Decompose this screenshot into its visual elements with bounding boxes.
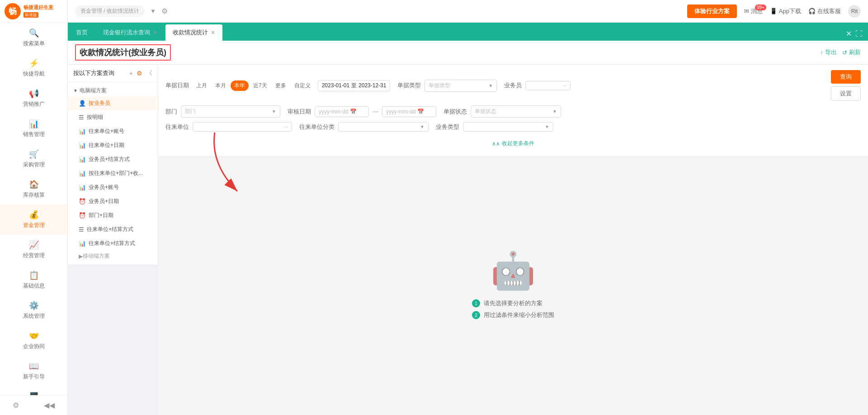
sidebar-item-guide[interactable]: 📖 新手引导 (0, 356, 67, 386)
salesperson-label: 业务员 (504, 81, 522, 90)
tree-section: ▼ 电脑端方案 👤 按业务员 ☰ 按明细 (68, 82, 158, 264)
sidebar-item-label: 营销推广 (23, 100, 45, 108)
doc-status-select[interactable]: 单据状态 ▼ (471, 105, 561, 118)
filter-row-1: 单据日期 上月 本月 本年 近7天 更多 自定义 (165, 70, 861, 101)
date-tab-7days[interactable]: 近7天 (250, 80, 271, 91)
refresh-button[interactable]: ↺ 刷新 (842, 48, 861, 57)
tab-expand-icon[interactable]: ⛶ (855, 30, 863, 41)
app-download-btn[interactable]: 📱 App下载 (770, 7, 801, 15)
tree-item-salesperson-account[interactable]: 📊 业务员+账号 (68, 180, 158, 194)
tree-item-label: 按业务员 (89, 99, 110, 107)
salesperson-select[interactable]: ··· (525, 81, 571, 90)
online-service-btn[interactable]: 🎧 在线客服 (808, 7, 841, 15)
panel-collapse-icon[interactable]: 《 (146, 69, 152, 77)
tree-item-label: 按往来单位+部门+收... (89, 170, 143, 177)
marketing-icon: 📢 (29, 89, 39, 99)
date-tab-more[interactable]: 更多 (272, 80, 290, 91)
sidebar-item-hardware[interactable]: 🖥️ 智能硬件 (0, 386, 67, 395)
dept-select[interactable]: 部门 ▼ (181, 105, 280, 118)
date-tab-custom[interactable]: 自定义 (291, 80, 314, 91)
export-button[interactable]: ↑ 导出 (821, 48, 837, 57)
tree-item-partner-payment1[interactable]: ☰ 往来单位+结算方式 (68, 222, 158, 236)
tree-item-dept-date[interactable]: ⏰ 部门+日期 (68, 208, 158, 222)
tree-item-by-detail[interactable]: ☰ 按明细 (68, 110, 158, 124)
sidebar-item-label: 库存核算 (23, 191, 45, 199)
date-range-display[interactable]: 2023-01-01 至 2023-12-31 (318, 80, 391, 91)
message-button[interactable]: ✉ 消息 99+ (744, 7, 763, 15)
collection-stats-tab-close[interactable]: ✕ (211, 29, 215, 36)
set-button[interactable]: 设置 (831, 86, 861, 101)
doc-type-label: 单据类型 (397, 81, 421, 90)
guide-icon: 📖 (29, 361, 39, 371)
panel-title: 按以下方案查询 (73, 69, 114, 77)
filter-item-doc-status: 单据状态 单据状态 ▼ (443, 105, 561, 118)
user-avatar[interactable]: Rit (848, 5, 861, 18)
mobile-group-label: 移动端方案 (83, 252, 110, 260)
tree-item-by-salesperson[interactable]: 👤 按业务员 (68, 96, 158, 110)
sidebar-item-finance[interactable]: 💰 资金管理 (0, 204, 67, 235)
panel-settings-icon[interactable]: ⚙ (137, 70, 142, 77)
sidebar-item-search[interactable]: 🔍 搜索菜单 (0, 23, 67, 53)
desktop-group[interactable]: ▼ 电脑端方案 (68, 85, 158, 96)
tree-item-label: 业务员+账号 (89, 184, 119, 191)
breadcrumb-dropdown-icon[interactable]: ▼ (150, 8, 156, 14)
empty-robot-icon: 🤖 (491, 250, 536, 292)
tree-item-partner-date[interactable]: 📊 往来单位+日期 (68, 138, 158, 152)
topbar-settings-icon[interactable]: ⚙ (161, 7, 168, 15)
empty-illustration: 🤖 1 请先选择要分析的方案 2 用过滤条件来缩小分析范围 (472, 250, 554, 323)
sidebar-item-system[interactable]: ⚙️ 系统管理 (0, 295, 67, 325)
doc-status-label: 单据状态 (443, 108, 467, 116)
counterparty-select[interactable]: ··· (193, 122, 292, 132)
refresh-icon: ↺ (842, 49, 847, 56)
business-type-select[interactable]: ▼ (463, 122, 553, 132)
date-tab-this-month[interactable]: 本月 (212, 80, 230, 91)
dept-dropdown-icon: ▼ (272, 109, 276, 114)
purchase-icon: 🛒 (29, 149, 39, 159)
sidebar-footer: ⚙ ◀◀ (0, 395, 67, 415)
date-quick-tabs: 上月 本月 本年 近7天 更多 自定义 (193, 80, 314, 91)
date-tab-last-month[interactable]: 上月 (193, 80, 211, 91)
tree-item-salesperson-date[interactable]: ⏰ 业务员+日期 (68, 194, 158, 208)
table3-icon: 📊 (79, 170, 86, 177)
sidebar-item-base[interactable]: 📋 基础信息 (0, 265, 67, 295)
sidebar-item-label: 资金管理 (23, 222, 45, 229)
mobile-group[interactable]: ▶ 移动端方案 (68, 250, 158, 262)
tree-item-salesperson-payment[interactable]: 📊 业务员+结算方式 (68, 152, 158, 166)
panel-add-icon[interactable]: + (129, 70, 133, 77)
date-tab-this-year[interactable]: 本年 (231, 80, 249, 91)
breadcrumb: 资金管理 / 收款情况统计 (75, 5, 145, 17)
sidebar-item-operations[interactable]: 📈 经营管理 (0, 235, 67, 265)
sidebar-item-warehouse[interactable]: 🏠 库存核算 (0, 174, 67, 204)
counterparty-category-select[interactable]: ▼ (338, 122, 429, 132)
sidebar-item-quick-nav[interactable]: ⚡ 快捷导航 (0, 53, 67, 83)
sidebar-item-label: 基础信息 (23, 282, 45, 290)
step1-text: 请先选择要分析的方案 (484, 299, 542, 307)
filter-area: 单据日期 上月 本月 本年 近7天 更多 自定义 (158, 65, 868, 157)
sidebar-item-sales[interactable]: 📊 销售管理 (0, 113, 67, 144)
tab-home[interactable]: 首页 (69, 24, 95, 41)
counterparty-label: 往来单位 (165, 123, 189, 131)
tab-bank-flow[interactable]: 现金银行流水查询 ✕ (96, 24, 165, 41)
sidebar-item-purchase[interactable]: 🛒 采购管理 (0, 144, 67, 174)
logo-text: 畅捷通好生意 (24, 4, 53, 11)
page-title: 收款情况统计(按业务员) (75, 44, 171, 61)
review-date-start[interactable]: yyyy-mm-dd 📅 (315, 106, 369, 117)
query-button[interactable]: 查询 (831, 70, 861, 84)
tree-item-partner-account[interactable]: 📊 往来单位+账号 (68, 124, 158, 138)
tree-item-partner-dept-collect[interactable]: 📊 按往来单位+部门+收... (68, 166, 158, 180)
step2-num: 2 (472, 311, 480, 319)
export-label: 导出 (825, 48, 837, 57)
sidebar-collapse-btn[interactable]: ◀◀ (44, 401, 55, 410)
tab-bar-right: ✕ ⛶ (846, 29, 868, 41)
tab-collection-stats[interactable]: 收款情况统计 ✕ (165, 24, 222, 41)
trial-button[interactable]: 体验行业方案 (687, 5, 737, 18)
tab-close-all-icon[interactable]: ✕ (846, 29, 852, 41)
sidebar-settings-btn[interactable]: ⚙ (13, 401, 19, 410)
bank-flow-tab-close[interactable]: ✕ (153, 29, 157, 36)
sidebar-item-enterprise[interactable]: 🤝 企业协同 (0, 325, 67, 356)
doc-type-select[interactable]: 单据类型 ▼ (425, 80, 497, 92)
collapse-button[interactable]: ∧∧ 收起更多条件 (165, 136, 861, 151)
review-date-end[interactable]: yyyy-mm-dd 📅 (382, 106, 436, 117)
sidebar-item-marketing[interactable]: 📢 营销推广 (0, 83, 67, 113)
tree-item-partner-payment2[interactable]: 📊 往来单位+结算方式 (68, 236, 158, 250)
